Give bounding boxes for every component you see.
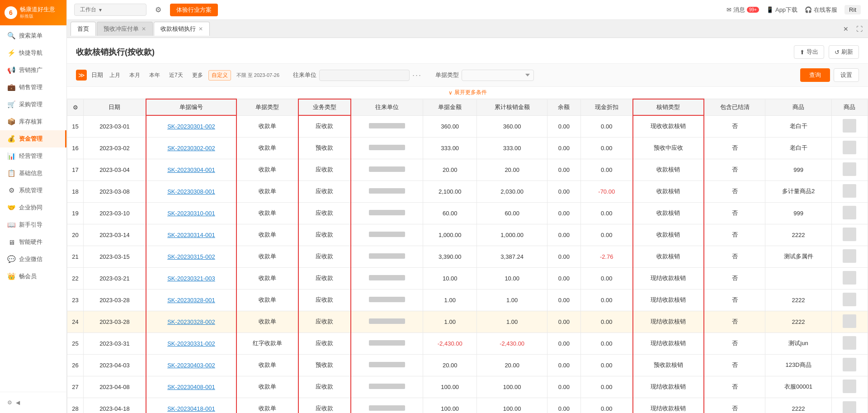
cell-biz-type: 应收款 [298, 159, 351, 180]
sidebar-item-10[interactable]: 🤝企业协同 [0, 199, 66, 216]
cell-date: 2023-03-08 [84, 180, 146, 202]
cell-slip-no: SK-20230310-001 [146, 202, 236, 224]
col-included: 包含已结清 [704, 99, 765, 115]
logo-icon: 6 [5, 6, 17, 19]
tab-verify-label: 收款核销执行 [160, 25, 196, 33]
cell-biz-type: 应收款 [298, 180, 351, 202]
cell-balance: 0.00 [547, 202, 580, 224]
cell-amount: 360.00 [423, 115, 477, 137]
cell-date: 2023-03-31 [84, 332, 146, 354]
filter-toggle-btn[interactable]: ≫ [76, 70, 87, 81]
page-title: 收款核销执行(按收款) [76, 47, 155, 57]
date-this-month[interactable]: 本月 [126, 70, 144, 81]
online-service-btn[interactable]: 🎧 在线客服 [805, 6, 837, 14]
sidebar-item-5[interactable]: 📦库存核算 [0, 113, 66, 130]
cell-goods2 [831, 354, 868, 376]
cell-amount: 1,000.00 [423, 224, 477, 246]
workspace-selector[interactable]: 工作台 ▾ [74, 4, 146, 16]
sidebar-item-7[interactable]: 📊经营管理 [0, 147, 66, 165]
tab-verify-close[interactable]: ✕ [198, 26, 203, 32]
date-more[interactable]: 更多 [189, 70, 207, 81]
cell-goods1: 999 [765, 202, 831, 224]
user-avatar[interactable]: Rit [844, 5, 861, 14]
tab-prepay-close[interactable]: ✕ [142, 26, 146, 32]
sidebar-label-12: 智能硬件 [19, 238, 42, 246]
cell-goods1: 2222 [765, 398, 831, 413]
expand-more-bar[interactable]: ∨ 展开更多条件 [67, 87, 868, 99]
refresh-btn[interactable]: ↺ 刷新 [829, 45, 859, 59]
cell-slip-type: 收款单 [236, 137, 298, 159]
sidebar-item-8[interactable]: 📋基础信息 [0, 165, 66, 182]
cell-verified: 1.00 [477, 311, 547, 332]
sidebar-icon-5: 📦 [7, 118, 15, 126]
cell-included: 否 [704, 202, 765, 224]
app-download-btn[interactable]: 📱 App下载 [766, 6, 797, 14]
cell-biz-type: 应收款 [298, 311, 351, 332]
date-custom[interactable]: 自定义 [208, 70, 231, 81]
cell-verified: 2,030.00 [477, 180, 547, 202]
export-btn[interactable]: ⬆ 导出 [794, 45, 824, 59]
sidebar-settings[interactable]: ⚙ ◀ [0, 396, 66, 409]
tab-restore-btn[interactable]: ⛶ [854, 24, 864, 34]
partner-input[interactable] [319, 70, 410, 81]
sidebar-item-4[interactable]: 🛒采购管理 [0, 96, 66, 113]
cell-slip-type: 收款单 [236, 289, 298, 311]
sidebar-item-13[interactable]: 💬企业微信 [0, 251, 66, 268]
cell-partner [351, 267, 423, 289]
settings-icon: ⚙ [7, 399, 12, 406]
cell-goods2 [831, 289, 868, 311]
sidebar-item-0[interactable]: 🔍搜索菜单 [0, 27, 66, 44]
cell-discount: 0.00 [580, 159, 632, 180]
cell-verify-type: 收款核销 [633, 159, 704, 180]
date-last-month[interactable]: 上月 [106, 70, 124, 81]
cell-slip-type: 收款单 [236, 115, 298, 137]
cell-balance: 0.00 [547, 137, 580, 159]
cell-goods2 [831, 246, 868, 267]
cell-included: 否 [704, 376, 765, 398]
cell-included: 否 [704, 311, 765, 332]
topbar-gear-btn[interactable]: ⚙ [152, 4, 165, 16]
cell-verify-type: 现收收款核销 [633, 115, 704, 137]
cell-biz-type: 应收款 [298, 267, 351, 289]
cell-partner [351, 180, 423, 202]
cell-verify-type: 现结收款核销 [633, 289, 704, 311]
sidebar-item-1[interactable]: ⚡快捷导航 [0, 44, 66, 62]
sidebar-item-3[interactable]: 💼销售管理 [0, 79, 66, 96]
workspace-chevron: ▾ [99, 7, 102, 13]
col-settings[interactable]: ⚙ [67, 99, 84, 115]
tab-prepay[interactable]: 预收冲应付单 ✕ [97, 22, 153, 36]
cell-balance: 0.00 [547, 332, 580, 354]
cell-slip-no: SK-20230328-002 [146, 311, 236, 332]
sidebar-item-2[interactable]: 📢营销推广 [0, 62, 66, 79]
sidebar-label-3: 销售管理 [19, 83, 42, 91]
cell-date: 2023-03-04 [84, 159, 146, 180]
cell-partner [351, 354, 423, 376]
sidebar-item-11[interactable]: 📖新手引导 [0, 216, 66, 233]
sidebar-item-14[interactable]: 👑畅会员 [0, 268, 66, 285]
col-slip-type: 单据类型 [236, 99, 298, 115]
cell-goods1: 衣服00001 [765, 376, 831, 398]
messages-btn[interactable]: ✉ 消息 99+ [726, 6, 759, 14]
industry-solution-btn[interactable]: 体验行业方案 [170, 4, 218, 16]
filter-settings-btn[interactable]: 设置 [834, 68, 859, 82]
query-btn[interactable]: 查询 [800, 68, 830, 82]
cell-amount: 20.00 [423, 159, 477, 180]
sidebar-item-9[interactable]: ⚙系统管理 [0, 182, 66, 199]
tab-verify[interactable]: 收款核销执行 ✕ [154, 22, 210, 36]
sidebar-icon-2: 📢 [7, 66, 15, 74]
cell-goods1 [765, 267, 831, 289]
cell-verified: 333.00 [477, 137, 547, 159]
sidebar-item-12[interactable]: 🖥智能硬件 [0, 233, 66, 251]
date-this-year[interactable]: 本年 [146, 70, 164, 81]
tab-close-all-btn[interactable]: ✕ [841, 24, 851, 34]
cell-biz-type: 应收款 [298, 246, 351, 267]
cell-biz-type: 应收款 [298, 224, 351, 246]
sidebar-item-6[interactable]: 💰资金管理 [0, 130, 66, 147]
date-7days[interactable]: 近7天 [165, 70, 187, 81]
filter-action-btns: 查询 设置 [800, 68, 859, 82]
slip-type-select[interactable] [462, 70, 534, 81]
sidebar-icon-7: 📊 [7, 152, 15, 160]
cell-date: 2023-03-21 [84, 267, 146, 289]
cell-slip-type: 收款单 [236, 246, 298, 267]
tab-home[interactable]: 首页 [71, 22, 96, 36]
